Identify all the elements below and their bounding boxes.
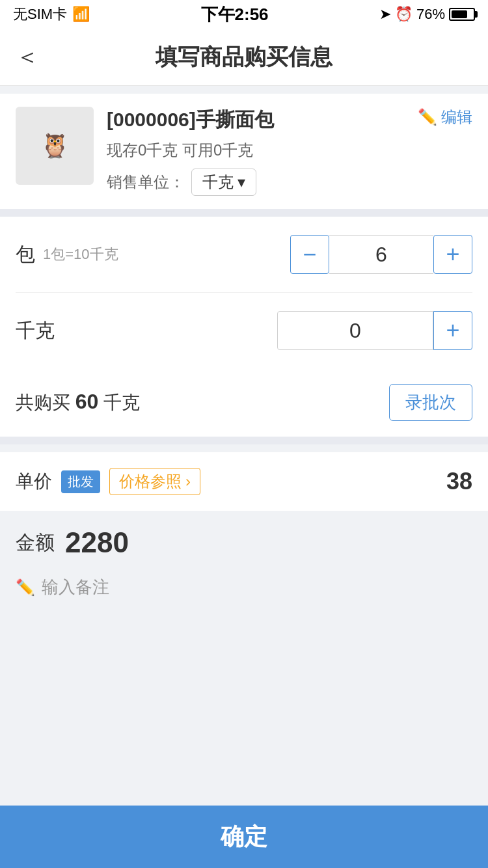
status-bar: 无SIM卡 📶 下午2:56 ➤ ⏰ 76% <box>0 0 488 29</box>
quantity-section: 包 1包=10千克 − + 千克 + <box>0 217 488 368</box>
bao-plus-button[interactable]: + <box>433 235 472 274</box>
bao-hint: 1包=10千克 <box>43 245 118 264</box>
summary-unit: 千克 <box>103 392 140 413</box>
amount-label: 金额 <box>16 530 55 556</box>
summary-amount: 60 <box>75 390 99 413</box>
unit-value: 千克 <box>202 172 234 193</box>
nav-bar: ＜ 填写商品购买信息 <box>0 29 488 86</box>
empty-space <box>0 612 488 807</box>
kg-label: 千克 <box>16 318 55 344</box>
location-icon: ➤ <box>379 6 391 23</box>
battery-percent: 76% <box>416 6 445 23</box>
product-name: [0000006]手撕面包 <box>107 107 274 133</box>
carrier-text: 无SIM卡 <box>13 5 67 24</box>
wifi-icon: 📶 <box>72 6 90 23</box>
divider-1 <box>0 209 488 217</box>
bao-input[interactable] <box>329 235 433 274</box>
alarm-icon: ⏰ <box>395 6 413 23</box>
price-ref-button[interactable]: 价格参照 › <box>109 468 200 495</box>
confirm-button[interactable]: 确定 <box>0 806 488 868</box>
product-info: [0000006]手撕面包 ✏️ 编辑 现存0千克 可用0千克 销售单位： 千克… <box>107 107 472 196</box>
edit-label: 编辑 <box>441 107 472 128</box>
price-section: 单价 批发 价格参照 › 38 <box>0 452 488 511</box>
batch-button[interactable]: 录批次 <box>389 384 472 421</box>
product-stock: 现存0千克 可用0千克 <box>107 140 472 161</box>
note-placeholder: 输入备注 <box>42 576 109 599</box>
summary-text: 共购买 60 千克 <box>16 390 140 415</box>
kg-input[interactable] <box>277 311 433 350</box>
back-button[interactable]: ＜ <box>16 41 39 73</box>
product-card: 🦉 [0000006]手撕面包 ✏️ 编辑 现存0千克 可用0千克 销售单位： … <box>0 94 488 209</box>
unit-select[interactable]: 千克 ▾ <box>191 169 256 196</box>
bao-qty-row: 包 1包=10千克 − + <box>16 217 472 293</box>
price-type-badge: 批发 <box>61 470 100 493</box>
chevron-right-icon: › <box>185 472 191 491</box>
product-logo-icon: 🦉 <box>40 132 70 159</box>
pencil-icon: ✏️ <box>16 578 35 597</box>
status-time: 下午2:56 <box>201 3 269 26</box>
summary-row: 共购买 60 千克 录批次 <box>0 368 488 437</box>
edit-button[interactable]: ✏️ 编辑 <box>418 107 472 128</box>
divider-2 <box>0 437 488 444</box>
page-title: 填写商品购买信息 <box>156 42 332 72</box>
battery-icon <box>449 8 475 21</box>
kg-plus-button[interactable]: + <box>433 311 472 350</box>
kg-qty-row: 千克 + <box>16 293 472 368</box>
price-ref-label: 价格参照 <box>119 471 182 492</box>
amount-row: 金额 2280 <box>16 526 472 559</box>
bao-controls: − + <box>290 235 472 274</box>
product-image: 🦉 <box>16 107 94 185</box>
kg-controls: + <box>277 311 472 350</box>
bao-minus-button[interactable]: − <box>290 235 329 274</box>
summary-prefix: 共购买 <box>16 392 70 413</box>
status-right: ➤ ⏰ 76% <box>379 6 475 23</box>
content-wrapper: 🦉 [0000006]手撕面包 ✏️ 编辑 现存0千克 可用0千克 销售单位： … <box>0 94 488 868</box>
product-unit-row: 销售单位： 千克 ▾ <box>107 169 472 196</box>
price-label: 单价 <box>16 469 52 494</box>
product-top-row: [0000006]手撕面包 ✏️ 编辑 <box>107 107 472 140</box>
bao-label: 包 <box>16 241 35 268</box>
amount-value: 2280 <box>65 526 129 559</box>
chevron-down-icon: ▾ <box>237 173 245 191</box>
unit-label: 销售单位： <box>107 172 185 193</box>
status-left: 无SIM卡 📶 <box>13 5 90 24</box>
amount-section: 金额 2280 ✏️ 输入备注 <box>0 511 488 612</box>
note-row[interactable]: ✏️ 输入备注 <box>16 569 472 612</box>
price-value: 38 <box>446 468 472 495</box>
bao-label-group: 包 1包=10千克 <box>16 241 118 268</box>
edit-icon: ✏️ <box>418 108 437 126</box>
